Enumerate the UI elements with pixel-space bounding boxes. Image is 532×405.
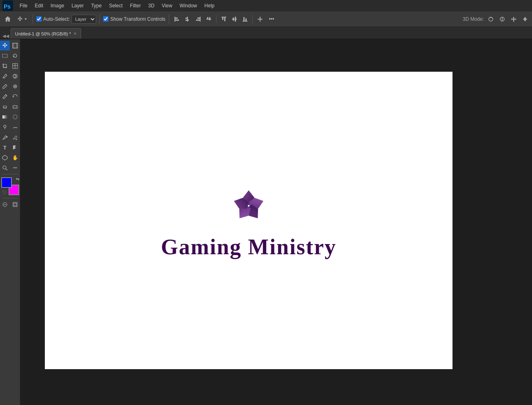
svg-text:Ps: Ps xyxy=(4,3,11,10)
mask-screen-group xyxy=(0,200,20,209)
menu-window[interactable]: Window xyxy=(177,2,201,10)
slice-tool[interactable] xyxy=(10,61,20,71)
object-select-group xyxy=(0,61,20,71)
menu-view[interactable]: View xyxy=(159,2,176,10)
svg-rect-20 xyxy=(243,21,247,22)
eraser-tool[interactable] xyxy=(0,102,10,112)
transform-controls-label[interactable]: Show Transform Controls xyxy=(103,16,165,22)
svg-line-44 xyxy=(6,95,7,96)
svg-line-58 xyxy=(6,169,7,170)
svg-rect-5 xyxy=(187,17,188,22)
screen-mode[interactable] xyxy=(10,200,20,209)
home-button[interactable] xyxy=(2,13,13,25)
add-anchor-tool[interactable] xyxy=(10,132,20,142)
pencil-tool[interactable] xyxy=(0,92,10,101)
path-selection-tool[interactable] xyxy=(10,143,20,152)
close-tab-button[interactable]: ✕ xyxy=(73,32,77,36)
color-swatch-area: ⇆ ⬛ xyxy=(1,177,19,195)
menu-select[interactable]: Select xyxy=(106,2,126,10)
svg-rect-31 xyxy=(13,43,18,48)
type-group: T xyxy=(0,143,20,152)
svg-rect-60 xyxy=(13,202,17,207)
auto-select-label[interactable]: Auto-Select: xyxy=(36,16,70,22)
tab-bar: ◀◀ Untitled-1 @ 50% (RGB/8) * ✕ xyxy=(0,27,532,39)
align-bottom-edges[interactable] xyxy=(241,14,249,24)
quick-mask-mode[interactable] xyxy=(0,200,10,209)
svg-point-57 xyxy=(3,166,6,169)
layer-select[interactable]: Layer Group xyxy=(71,15,96,24)
3d-rotate[interactable] xyxy=(486,14,495,24)
align-top-edges[interactable] xyxy=(219,14,228,24)
move-tool-options[interactable] xyxy=(15,13,29,25)
svg-rect-3 xyxy=(175,18,178,19)
panels-toggle[interactable]: ◀◀ xyxy=(2,33,9,39)
svg-marker-55 xyxy=(13,145,16,150)
transform-controls-checkbox[interactable] xyxy=(103,16,108,22)
menu-type[interactable]: Type xyxy=(88,2,105,10)
svg-rect-12 xyxy=(207,17,208,19)
svg-rect-18 xyxy=(233,18,234,21)
svg-rect-22 xyxy=(245,18,247,21)
rect-marquee-tool[interactable] xyxy=(0,51,10,61)
distribute-vertical[interactable] xyxy=(256,14,265,24)
move-tool-group xyxy=(0,41,20,51)
svg-rect-24 xyxy=(260,17,260,22)
more-options[interactable]: ••• xyxy=(267,13,276,25)
pen-tool[interactable] xyxy=(0,132,10,142)
foreground-color-swatch[interactable] xyxy=(1,177,12,188)
blur-tool[interactable] xyxy=(10,112,20,122)
pentagon-logo-svg xyxy=(224,181,273,230)
bg-eraser-tool[interactable] xyxy=(10,102,20,112)
dodge-tool[interactable] xyxy=(0,122,10,132)
menu-image[interactable]: Image xyxy=(47,2,67,10)
heal-tool[interactable] xyxy=(10,81,20,91)
smudge-tool[interactable] xyxy=(10,122,20,132)
type-tool[interactable]: T xyxy=(0,143,10,152)
document-tab[interactable]: Untitled-1 @ 50% (RGB/8) * ✕ xyxy=(11,28,81,39)
swap-colors-icon[interactable]: ⇆ xyxy=(16,177,19,181)
history-brush-tool[interactable] xyxy=(10,92,20,101)
svg-point-52 xyxy=(7,136,7,137)
align-left-edges[interactable] xyxy=(172,14,181,24)
shape-tool[interactable] xyxy=(0,153,10,163)
menu-help[interactable]: Help xyxy=(201,2,218,10)
svg-rect-17 xyxy=(232,19,237,20)
artboard-tool[interactable] xyxy=(10,41,20,51)
svg-marker-30 xyxy=(524,20,526,22)
auto-select-checkbox[interactable] xyxy=(36,16,42,22)
3d-slide[interactable] xyxy=(521,14,530,24)
align-right-edges[interactable] xyxy=(194,14,203,24)
align-horizontal-centers[interactable] xyxy=(230,14,239,24)
menu-edit[interactable]: Edit xyxy=(31,2,46,10)
hand-tool[interactable]: ✋ xyxy=(10,153,20,163)
clone-group xyxy=(0,92,20,101)
menu-3d[interactable]: 3D xyxy=(145,2,157,10)
menu-layer[interactable]: Layer xyxy=(68,2,87,10)
marquee-tool-group xyxy=(0,51,20,61)
svg-marker-29 xyxy=(524,17,526,19)
tools-divider xyxy=(2,174,18,174)
menu-filter[interactable]: Filter xyxy=(127,2,144,10)
gradient-tool[interactable] xyxy=(0,112,10,122)
menu-file[interactable]: File xyxy=(16,2,31,10)
align-sep-1 xyxy=(216,15,216,23)
reset-colors-icon[interactable]: ⬛ xyxy=(2,190,7,194)
3d-material-tool[interactable] xyxy=(10,71,20,81)
3d-pan[interactable] xyxy=(509,14,518,24)
3d-roll[interactable] xyxy=(498,14,507,24)
brush-tool[interactable] xyxy=(0,81,10,91)
lasso-tool[interactable] xyxy=(10,51,20,61)
extra-tools[interactable]: ••• xyxy=(10,163,20,173)
move-tool[interactable] xyxy=(0,41,10,51)
zoom-tool[interactable] xyxy=(0,163,10,173)
eyedropper-tool[interactable] xyxy=(0,71,10,81)
crop-tool[interactable] xyxy=(0,61,10,71)
sep-3 xyxy=(169,14,169,24)
align-vertical-centers[interactable] xyxy=(183,14,192,24)
dodge-group xyxy=(0,122,20,132)
svg-rect-16 xyxy=(224,18,225,21)
align-horizontal[interactable] xyxy=(204,14,213,24)
workspace: ◀◀ Untitled-1 @ 50% (RGB/8) * ✕ xyxy=(0,27,532,405)
ps-logo: Ps xyxy=(2,0,13,11)
eraser-group xyxy=(0,102,20,112)
